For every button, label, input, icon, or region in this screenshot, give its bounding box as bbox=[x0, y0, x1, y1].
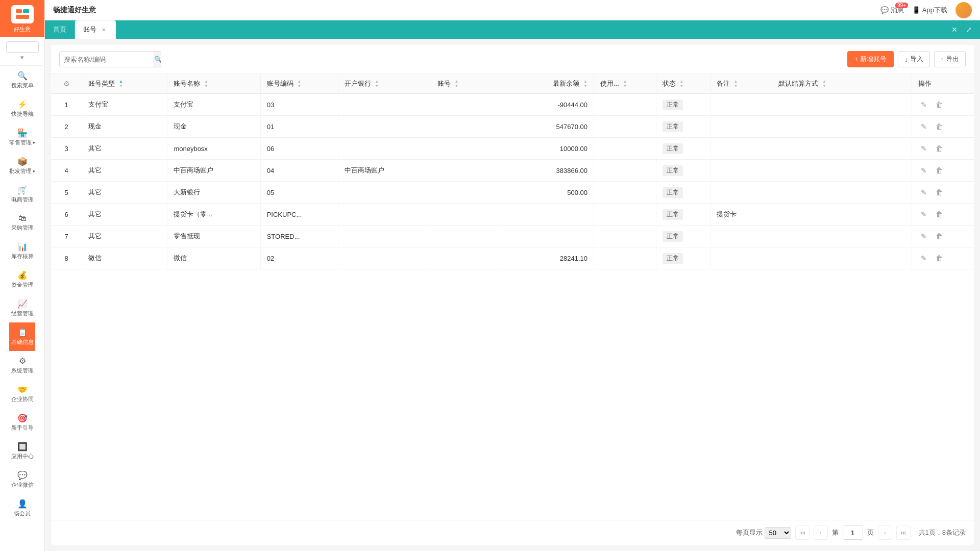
delete-button-5[interactable]: 🗑 bbox=[934, 209, 945, 220]
col-header-settings[interactable]: ⚙ bbox=[51, 74, 82, 94]
cell-account-3 bbox=[431, 160, 501, 182]
page-size-select[interactable]: 50 100 200 bbox=[765, 527, 791, 539]
app-download-button[interactable]: 📱 App下载 bbox=[912, 6, 947, 15]
sidebar-dropdown-arrow[interactable]: ▾ bbox=[20, 54, 24, 61]
sidebar-item-资金管理[interactable]: 💰 资金管理 bbox=[9, 265, 35, 294]
sidebar-item-零售管理[interactable]: 🏪 零售管理 ▾ bbox=[9, 123, 35, 152]
delete-button-1[interactable]: 🗑 bbox=[934, 121, 945, 132]
sidebar-item-搜索菜单[interactable]: 🔍 搜索菜单 bbox=[9, 66, 35, 94]
cell-num-6: 7 bbox=[51, 226, 82, 247]
nav-label-0: 搜索菜单 bbox=[11, 82, 34, 89]
first-page-button[interactable]: ⏮ bbox=[795, 525, 810, 540]
delete-button-4[interactable]: 🗑 bbox=[934, 187, 945, 198]
cell-bank-3: 中百商场账户 bbox=[338, 160, 431, 182]
cell-code-3: 04 bbox=[260, 160, 338, 182]
cell-action-4: ✎ 🗑 bbox=[912, 182, 974, 204]
sidebar-item-基础信息[interactable]: 📋 基础信息 bbox=[9, 322, 35, 351]
delete-button-7[interactable]: 🗑 bbox=[934, 253, 945, 264]
cell-bank-5 bbox=[338, 204, 431, 226]
edit-button-3[interactable]: ✎ bbox=[918, 165, 929, 176]
edit-button-5[interactable]: ✎ bbox=[918, 209, 929, 220]
sidebar-item-批发管理[interactable]: 📦 批发管理 ▾ bbox=[9, 152, 35, 180]
col-header-remark[interactable]: 备注 ▲▼ bbox=[710, 74, 772, 94]
message-icon: 💬 bbox=[880, 6, 889, 14]
sidebar: 好生意 ▾ 🔍 搜索菜单 ⚡ 快捷导航 🏪 零售管理 ▾ 📦 批发管理 ▾ 🛒 bbox=[0, 0, 45, 551]
col-header-account[interactable]: 账号 ▲▼ bbox=[431, 74, 501, 94]
app-logo[interactable]: 好生意 bbox=[0, 0, 44, 37]
sidebar-item-经营管理[interactable]: 📈 经营管理 bbox=[9, 294, 35, 322]
cell-usage-0 bbox=[594, 94, 656, 116]
sidebar-item-企业微信[interactable]: 💬 企业微信 bbox=[9, 465, 35, 494]
sidebar-item-应用中心[interactable]: 🔲 应用中心 bbox=[9, 437, 35, 465]
sidebar-item-快捷导航[interactable]: ⚡ 快捷导航 bbox=[9, 94, 35, 123]
export-button[interactable]: ↑ 导出 bbox=[934, 51, 966, 67]
edit-button-1[interactable]: ✎ bbox=[918, 121, 929, 132]
edit-button-6[interactable]: ✎ bbox=[918, 231, 929, 242]
cell-status-4: 正常 bbox=[656, 182, 710, 204]
col-header-type[interactable]: 账号类型 ▲▼ bbox=[82, 74, 167, 94]
col-header-bank[interactable]: 开户银行 ▲▼ bbox=[338, 74, 431, 94]
sidebar-item-库存核算[interactable]: 📊 库存核算 bbox=[9, 237, 35, 265]
tab-expand-button[interactable]: ⤢ bbox=[962, 22, 976, 37]
delete-button-6[interactable]: 🗑 bbox=[934, 231, 945, 242]
tab-close-button[interactable]: ✕ bbox=[947, 22, 962, 37]
add-account-button[interactable]: + 新增账号 bbox=[847, 51, 894, 67]
cell-num-4: 5 bbox=[51, 182, 82, 204]
cell-type-5: 其它 bbox=[82, 204, 167, 226]
message-button[interactable]: 💬 消息 99+ bbox=[880, 6, 904, 15]
cell-status-2: 正常 bbox=[656, 138, 710, 160]
edit-button-2[interactable]: ✎ bbox=[918, 143, 929, 154]
last-page-button[interactable]: ⏭ bbox=[896, 525, 911, 540]
sidebar-item-畅会员[interactable]: 👤 畅会员 bbox=[9, 494, 35, 522]
cell-bank-4 bbox=[338, 182, 431, 204]
nav-label-15: 畅会员 bbox=[14, 510, 31, 517]
edit-button-7[interactable]: ✎ bbox=[918, 253, 929, 264]
gear-icon[interactable]: ⚙ bbox=[63, 80, 70, 88]
tab-home[interactable]: 首页 bbox=[45, 20, 75, 39]
cell-code-6: STORED... bbox=[260, 226, 338, 247]
col-header-code[interactable]: 账号编码 ▲▼ bbox=[260, 74, 338, 94]
user-avatar[interactable] bbox=[955, 2, 972, 18]
col-header-name[interactable]: 账号名称 ▲▼ bbox=[167, 74, 260, 94]
delete-button-2[interactable]: 🗑 bbox=[934, 143, 945, 154]
cell-usage-3 bbox=[594, 160, 656, 182]
import-button[interactable]: ↓ 导入 bbox=[898, 51, 930, 67]
tab-account-close[interactable]: ✕ bbox=[100, 26, 108, 34]
next-page-button[interactable]: › bbox=[878, 525, 892, 540]
cell-name-4: 大新银行 bbox=[167, 182, 260, 204]
tab-account[interactable]: 账号 ✕ bbox=[75, 20, 116, 39]
delete-button-3[interactable]: 🗑 bbox=[934, 165, 945, 176]
cell-balance-5 bbox=[501, 204, 594, 226]
col-header-status[interactable]: 状态 ▲▼ bbox=[656, 74, 710, 94]
export-icon: ↑ bbox=[941, 56, 944, 63]
page-number-input[interactable]: 1 bbox=[843, 525, 863, 540]
col-header-balance[interactable]: 最新余额 ▲▼ bbox=[501, 74, 594, 94]
search-input[interactable] bbox=[60, 56, 154, 63]
edit-button-0[interactable]: ✎ bbox=[918, 99, 929, 110]
cell-balance-1: 547670.00 bbox=[501, 116, 594, 138]
delete-button-0[interactable]: 🗑 bbox=[934, 99, 945, 110]
cell-status-0: 正常 bbox=[656, 94, 710, 116]
sidebar-item-电商管理[interactable]: 🛒 电商管理 bbox=[9, 180, 35, 209]
content-panel: 🔍 + 新增账号 ↓ 导入 ↑ 导出 bbox=[51, 45, 974, 545]
cell-name-6: 零售抵现 bbox=[167, 226, 260, 247]
cell-type-0: 支付宝 bbox=[82, 94, 167, 116]
cell-name-2: moneybosx bbox=[167, 138, 260, 160]
sidebar-search-input[interactable] bbox=[6, 41, 39, 53]
sidebar-item-系统管理[interactable]: ⚙ 系统管理 bbox=[9, 351, 35, 380]
col-header-usage[interactable]: 使用... ▲▼ bbox=[594, 74, 656, 94]
edit-button-4[interactable]: ✎ bbox=[918, 187, 929, 198]
nav-icon-13: 🔲 bbox=[17, 442, 28, 452]
cell-usage-2 bbox=[594, 138, 656, 160]
sidebar-item-采购管理[interactable]: 🛍 采购管理 bbox=[9, 209, 35, 237]
col-header-settle[interactable]: 默认结算方式 ▲▼ bbox=[772, 74, 912, 94]
prev-page-button[interactable]: ‹ bbox=[814, 525, 828, 540]
sidebar-item-新手引导[interactable]: 🎯 新手引导 bbox=[9, 408, 35, 437]
mobile-icon: 📱 bbox=[912, 6, 920, 14]
tab-bar: 首页 账号 ✕ ✕ ⤢ bbox=[45, 20, 980, 39]
sidebar-item-企业协同[interactable]: 🤝 企业协同 bbox=[9, 380, 35, 408]
status-badge-0: 正常 bbox=[663, 99, 683, 110]
search-button[interactable]: 🔍 bbox=[154, 51, 161, 67]
cell-status-7: 正常 bbox=[656, 247, 710, 269]
cell-action-0: ✎ 🗑 bbox=[912, 94, 974, 116]
